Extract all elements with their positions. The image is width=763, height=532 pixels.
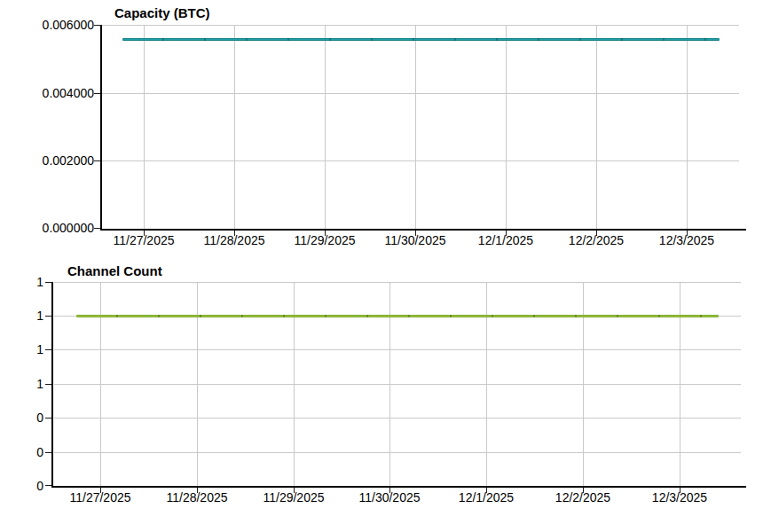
y-tick-mark [45, 384, 51, 385]
gridline-vertical [687, 25, 688, 229]
y-tick-mark [45, 282, 51, 283]
gridline-horizontal [54, 349, 741, 350]
x-tick-label: 12/2/2025 [543, 490, 623, 505]
y-tick-mark [94, 25, 100, 26]
gridline-vertical [234, 25, 235, 229]
y-tick-label: 1 [26, 309, 43, 323]
x-tick-label: 12/2/2025 [556, 233, 636, 247]
channel-count-chart-title: Channel Count [67, 263, 162, 278]
gridline-vertical [100, 282, 101, 486]
x-tick-label: 11/30/2025 [375, 233, 455, 247]
x-tick-label: 11/28/2025 [157, 490, 237, 505]
y-tick-label: 1 [26, 377, 43, 391]
gridline-horizontal [54, 384, 741, 385]
gridline-horizontal [54, 418, 741, 419]
x-tick-label: 12/1/2025 [466, 233, 546, 247]
gridline-vertical [680, 282, 680, 486]
gridline-vertical [325, 25, 326, 229]
y-tick-mark [45, 316, 51, 317]
y-tick-mark [45, 418, 51, 419]
gridline-horizontal [54, 452, 741, 453]
y-tick-label: 0 [26, 411, 43, 425]
capacity-chart-title: Capacity (BTC) [114, 5, 210, 20]
x-axis-line [51, 486, 746, 488]
y-tick-label: 0.002000 [27, 153, 94, 168]
gridline-horizontal [102, 25, 739, 26]
x-tick-label: 11/30/2025 [350, 490, 429, 505]
gridline-vertical [415, 25, 416, 229]
y-axis-line [51, 282, 53, 488]
x-tick-label: 11/28/2025 [194, 233, 274, 247]
channel-count-series-line [76, 315, 719, 317]
y-tick-mark [45, 349, 51, 350]
y-tick-label: 1 [26, 342, 43, 356]
x-tick-label: 11/29/2025 [285, 233, 365, 247]
x-tick-label: 11/27/2025 [104, 233, 184, 247]
y-tick-mark [94, 93, 100, 94]
x-tick-label: 11/27/2025 [60, 490, 140, 505]
x-tick-label: 12/3/2025 [640, 490, 720, 505]
y-tick-label: 0.006000 [27, 18, 94, 32]
node-stats-charts: Capacity (BTC) 0.006000 0.004000 0.00200… [0, 0, 763, 532]
x-tick-label: 11/29/2025 [254, 490, 334, 505]
y-tick-label: 0.000000 [27, 221, 94, 235]
y-axis-line [100, 25, 102, 231]
gridline-horizontal [102, 93, 739, 94]
gridline-vertical [144, 25, 145, 229]
y-tick-label: 0 [26, 479, 43, 493]
gridline-vertical [486, 282, 487, 486]
y-tick-mark [94, 160, 100, 161]
x-axis-line [100, 229, 746, 231]
y-tick-label: 1 [26, 275, 43, 289]
y-tick-mark [45, 452, 51, 453]
y-tick-label: 0 [26, 445, 43, 459]
gridline-vertical [506, 25, 507, 229]
y-tick-mark [45, 485, 51, 486]
gridline-horizontal [102, 160, 739, 161]
gridline-vertical [583, 282, 584, 486]
y-tick-label: 0.004000 [27, 86, 94, 100]
gridline-vertical [294, 282, 295, 486]
y-tick-mark [94, 228, 100, 229]
x-tick-label: 12/3/2025 [647, 233, 727, 247]
gridline-vertical [197, 282, 198, 486]
gridline-horizontal [54, 282, 741, 283]
capacity-series-line [122, 38, 720, 41]
x-tick-label: 12/1/2025 [446, 490, 526, 505]
gridline-vertical [389, 282, 390, 486]
gridline-vertical [596, 25, 597, 229]
